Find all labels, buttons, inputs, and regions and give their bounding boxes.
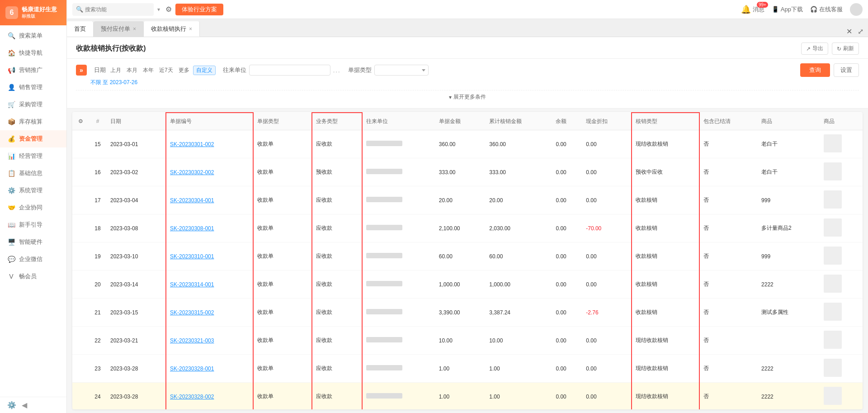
sidebar-label-search: 搜索菜单 [19,32,42,40]
doc-no-link[interactable]: SK-20230310-001 [170,253,214,260]
query-button[interactable]: 查询 [800,63,830,77]
doc-no-link[interactable]: SK-20230314-001 [170,281,214,288]
table-row: 19 2023-03-10 SK-20230310-001 收款单 应收款 60… [72,242,863,271]
search-chevron-icon: ▾ [157,6,160,13]
doc-no-link[interactable]: SK-20230304-001 [170,197,214,204]
td-date: 2023-03-21 [107,327,166,355]
export-button[interactable]: ↗ 导出 [801,43,828,55]
td-doc-amount: 3,390.00 [435,299,486,327]
sidebar-icon-finance: 💰 [7,135,15,143]
filter-expand-more-button[interactable]: ▾ 展开更多条件 [76,90,859,104]
sidebar-item-finance[interactable]: 💰资金管理 [0,130,66,147]
tab-maximize-btn[interactable]: ⤢ [857,26,864,37]
td-include-settled: 否 [699,242,758,271]
sidebar-item-sales[interactable]: 👤销售管理 [0,79,66,96]
topbar-right: 🔔 消息 99+ 📱 App下载 🎧 在线客服 [741,3,863,16]
filter-doctype-select[interactable] [374,65,429,76]
sidebar-item-corp[interactable]: 🤝企业协同 [0,199,66,216]
td-row-num: 23 [89,355,107,383]
sidebar-icon-hardware: 🖥️ [7,238,15,246]
tab-writeoff-close-icon[interactable]: × [189,26,192,32]
sidebar-item-member[interactable]: V畅会员 [0,268,66,285]
logo-title: 畅康道好生意 [22,6,57,13]
td-row-num: 16 [89,158,107,186]
search-input[interactable] [85,6,148,13]
sidebar-item-quicknav[interactable]: 🏠快捷导航 [0,44,66,62]
sidebar-item-system[interactable]: ⚙️系统管理 [0,182,66,199]
filter-counterparty-input[interactable] [249,65,330,76]
search-wrap[interactable]: 🔍 [72,3,154,16]
td-cumulative: 360.00 [486,130,552,158]
filter-date-custom[interactable]: 自定义 [193,66,216,75]
sidebar-item-weixin[interactable]: 💬企业微信 [0,251,66,268]
td-cumulative: 3,387.24 [486,299,552,327]
sidebar-item-hardware[interactable]: 🖥️智能硬件 [0,233,66,251]
doc-no-link[interactable]: SK-20230302-002 [170,169,214,176]
td-doc-type: 收款单 [253,158,312,186]
doc-no-link[interactable]: SK-20230328-002 [170,394,214,400]
sidebar-item-operations[interactable]: 📊经营管理 [0,147,66,165]
td-cumulative: 333.00 [486,158,552,186]
sidebar-icon-newbie: 📖 [7,221,15,229]
filter-date-7days[interactable]: 近7天 [157,66,175,75]
tab-writeoff[interactable]: 收款核销执行 × [144,21,200,37]
tab-close-all-btn[interactable]: ✕ [845,26,853,37]
filter-counterparty-group: 往来单位 ... [223,65,341,76]
filter-date-last-month[interactable]: 上月 [108,66,123,75]
online-service-area[interactable]: 🎧 在线客服 [810,5,843,14]
solution-button[interactable]: 体验行业方案 [175,4,223,15]
sidebar-menu: 🔍搜索菜单🏠快捷导航📢营销推广👤销售管理🛒采购管理📦库存核算💰资金管理📊经营管理… [0,25,66,397]
td-cash-discount: 0.00 [582,186,632,214]
filter-expand-button[interactable]: » [76,65,87,76]
th-settings[interactable]: ⚙ [72,113,89,130]
sidebar-item-newbie[interactable]: 📖新手引导 [0,216,66,233]
tab-prepay[interactable]: 预付应付单 × [94,21,144,37]
doc-no-link[interactable]: SK-20230301-002 [170,141,214,147]
td-settings [72,158,89,186]
app-download-area[interactable]: 📱 App下载 [772,5,803,14]
td-biz-type: 应收款 [312,186,362,214]
td-counterparty [362,158,435,186]
td-biz-type: 应收款 [312,242,362,271]
settings-bottom-icon[interactable]: ⚙️ [7,401,16,409]
td-cumulative: 2,030.00 [486,214,552,242]
filter-date-this-year[interactable]: 本年 [141,66,156,75]
sidebar-item-basic[interactable]: 📋基础信息 [0,165,66,182]
collapse-icon[interactable]: ◀ [22,401,27,409]
tab-prepay-close-icon[interactable]: × [133,26,136,32]
sidebar-item-inventory[interactable]: 📦库存核算 [0,113,66,130]
td-goods: 多计量商品2 [758,214,820,242]
sidebar-item-purchase[interactable]: 🛒采购管理 [0,96,66,113]
doc-no-link[interactable]: SK-20230328-001 [170,366,214,372]
topbar-gear-icon[interactable]: ⚙ [165,5,172,14]
headset-icon: 🎧 [810,6,817,13]
settings-button[interactable]: 设置 [834,63,859,77]
td-doc-type: 收款单 [253,355,312,383]
sidebar-item-marketing[interactable]: 📢营销推广 [0,62,66,79]
col-settings-icon[interactable]: ⚙ [78,118,83,124]
refresh-button[interactable]: ↻ 刷新 [832,43,859,55]
td-balance: 0.00 [552,383,582,410]
td-settings [72,130,89,158]
doc-no-link[interactable]: SK-20230315-002 [170,309,214,316]
th-date: 日期 [107,113,166,130]
td-biz-type: 应收款 [312,271,362,299]
th-doc-type: 单据类型 [253,113,312,130]
doc-no-link[interactable]: SK-20230321-003 [170,337,214,344]
export-icon: ↗ [806,46,811,52]
filter-date-this-month[interactable]: 本月 [125,66,139,75]
doc-no-link[interactable]: SK-20230308-001 [170,225,214,232]
tab-prepay-label: 预付应付单 [101,25,130,33]
td-doc-amount: 360.00 [435,130,486,158]
sidebar-item-search[interactable]: 🔍搜索菜单 [0,27,66,44]
filter-date-more[interactable]: 更多 [177,66,191,75]
td-goods2 [820,242,863,271]
content-area: 收款核销执行(按收款) ↗ 导出 ↻ 刷新 » 日期 上月 [67,37,868,413]
filter-date-group: 日期 上月 本月 本年 近7天 更多 自定义 [94,66,216,75]
notification-area[interactable]: 🔔 消息 99+ [741,5,764,14]
user-avatar[interactable] [850,3,863,16]
td-doc-amount: 333.00 [435,158,486,186]
th-writeoff-type: 核销类型 [632,113,699,130]
td-include-settled: 否 [699,158,758,186]
tab-home[interactable]: 首页 [67,21,94,37]
